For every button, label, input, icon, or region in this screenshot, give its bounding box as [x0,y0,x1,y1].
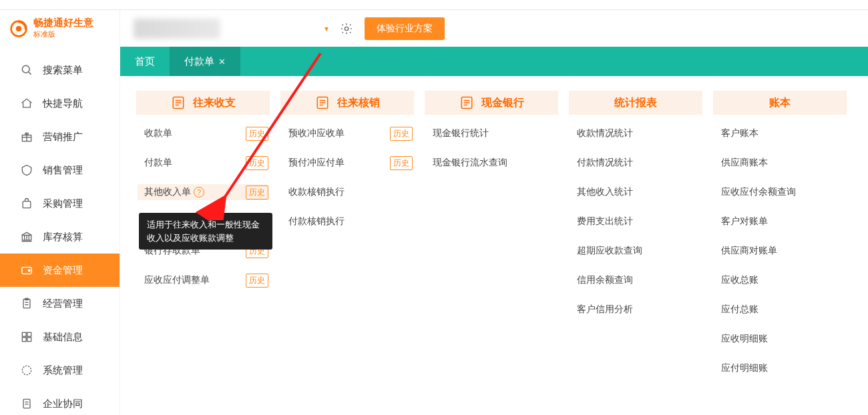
brand-name: 畅捷通好生意 [33,17,93,29]
sidebar-item-label: 采购管理 [43,197,83,210]
entry-label: 超期应收款查询 [577,245,642,257]
svg-point-1 [16,25,22,31]
svg-point-2 [22,65,29,73]
entry-label: 付款核销执行 [288,216,345,228]
history-badge[interactable]: 历史 [246,274,268,288]
sidebar-item-经营管理[interactable]: 经营管理 [0,287,120,320]
menu-entry-客户账本[interactable]: 客户账本 [714,125,845,141]
sidebar-item-label: 资金管理 [43,264,83,277]
entry-label: 客户信用分析 [577,304,633,316]
menu-entry-现金银行流水查询[interactable]: 现金银行流水查询 [426,155,557,171]
menu-entry-预收冲应收单[interactable]: 预收冲应收单历史 [282,125,413,141]
sidebar-item-营销推广[interactable]: 营销推广 [0,120,120,153]
sidebar-item-快捷导航[interactable]: 快捷导航 [0,87,120,120]
column-title: 现金银行 [481,96,524,110]
sidebar-item-label: 系统管理 [43,364,83,377]
brand-logo: 畅捷通好生意 标准版 [0,10,120,47]
settings-gear-icon[interactable] [339,21,354,36]
column-body: 预收冲应收单历史预付冲应付单历史收款核销执行付款核销执行 [280,115,414,230]
column-title: 统计报表 [614,96,657,110]
dropdown-caret-icon[interactable]: ▾ [324,24,329,33]
column-header: 往来核销 [280,91,414,115]
entry-label: 供应商账本 [721,157,768,169]
column-title: 往来收支 [193,96,236,110]
history-badge[interactable]: 历史 [390,127,413,141]
sidebar-item-采购管理[interactable]: 采购管理 [0,187,120,220]
column-body: 客户账本供应商账本应收应付余额查询客户对账单供应商对账单应收总账应付总账应收明细… [713,115,847,376]
sidebar-item-销售管理[interactable]: 销售管理 [0,153,120,187]
entry-label: 现金银行统计 [433,127,489,139]
tab-home-label: 首页 [135,55,155,68]
menu-entry-供应商账本[interactable]: 供应商账本 [714,155,845,171]
menu-entry-付款情况统计[interactable]: 付款情况统计 [570,155,701,171]
menu-entry-其他收入统计[interactable]: 其他收入统计 [570,184,701,200]
entry-label: 预收冲应收单 [288,127,345,139]
menu-entry-客户对账单[interactable]: 客户对账单 [714,214,845,230]
team-icon [20,397,33,410]
menu-entry-客户信用分析[interactable]: 客户信用分析 [570,302,701,318]
history-badge[interactable]: 历史 [246,185,268,199]
menu-entry-其他收入单[interactable]: 其他收入单?历史 [138,184,268,200]
help-tooltip: 适用于往来收入和一般性现金收入以及应收账款调整 [139,213,272,250]
history-badge[interactable]: 历史 [390,156,413,170]
entry-label: 预付冲应付单 [288,157,345,169]
sidebar-item-搜索菜单[interactable]: 搜索菜单 [0,53,120,87]
sidebar-item-label: 搜索菜单 [43,64,83,77]
svg-point-24 [22,366,31,374]
sidebar-item-资金管理[interactable]: 资金管理 [0,254,120,287]
column-body: 收款单历史付款单历史其他收入单?历史费用支出单?历史银行存取款单历史应收应付调整… [136,115,270,288]
menu-entry-现金银行统计[interactable]: 现金银行统计 [426,125,557,141]
entry-label: 收款情况统计 [577,127,633,139]
entry-label: 付款单 [144,157,172,169]
industry-cta-button[interactable]: 体验行业方案 [365,17,445,40]
menu-entry-付款单[interactable]: 付款单历史 [138,155,268,171]
sidebar-item-基础信息[interactable]: 基础信息 [0,320,120,354]
sidebar-item-库存核算[interactable]: 库存核算 [0,220,120,254]
menu-entry-超期应收款查询[interactable]: 超期应收款查询 [570,243,701,259]
tab-payment-label: 付款单 [184,55,214,68]
menu-entry-应付总账[interactable]: 应付总账 [714,302,845,318]
entry-label: 其他收入单? [144,186,204,198]
app-root: 畅捷通好生意 标准版 搜索菜单快捷导航营销推广销售管理采购管理库存核算资金管理经… [0,10,868,415]
column-header: 账本 [713,91,847,115]
gift-icon [20,130,33,143]
svg-point-28 [345,27,348,30]
tab-home[interactable]: 首页 [120,47,170,76]
menu-entry-费用支出统计[interactable]: 费用支出统计 [570,214,701,230]
entry-label: 应收总账 [721,274,758,286]
menu-entry-应收明细账[interactable]: 应收明细账 [714,331,845,347]
close-icon[interactable]: ✕ [218,57,226,67]
entry-label: 应收应付余额查询 [721,186,796,198]
entry-label: 现金银行流水查询 [433,157,507,169]
tab-strip: 首页 付款单 ✕ [120,47,868,76]
menu-entry-收款核销执行[interactable]: 收款核销执行 [282,184,413,200]
column-账本: 账本客户账本供应商账本应收应付余额查询客户对账单供应商对账单应收总账应付总账应收… [713,91,847,376]
search-icon [20,63,33,77]
brand-edition: 标准版 [33,29,93,39]
svg-rect-8 [23,201,31,208]
entry-label: 供应商对账单 [721,245,777,257]
sidebar-item-系统管理[interactable]: 系统管理 [0,354,120,387]
menu-entry-收款情况统计[interactable]: 收款情况统计 [570,125,701,141]
entry-label: 应付明细账 [721,362,768,374]
menu-entry-信用余额查询[interactable]: 信用余额查询 [570,272,701,288]
sidebar-item-label: 库存核算 [43,231,83,244]
sidebar-item-企业协同[interactable]: 企业协同 [0,387,120,415]
tooltip-text: 适用于往来收入和一般性现金收入以及应收账款调整 [147,220,260,243]
column-header: 现金银行 [425,91,558,115]
history-badge[interactable]: 历史 [246,156,268,170]
menu-entry-付款核销执行[interactable]: 付款核销执行 [282,214,413,230]
help-icon[interactable]: ? [194,187,204,197]
menu-entry-收款单[interactable]: 收款单历史 [138,125,268,141]
menu-entry-应付明细账[interactable]: 应付明细账 [714,360,845,376]
menu-entry-应收应付余额查询[interactable]: 应收应付余额查询 [714,184,845,200]
menu-entry-应收应付调整单[interactable]: 应收应付调整单历史 [138,272,268,288]
document-icon [459,95,475,111]
menu-entry-供应商对账单[interactable]: 供应商对账单 [714,243,845,259]
history-badge[interactable]: 历史 [246,127,268,141]
tab-payment[interactable]: 付款单 ✕ [170,47,240,76]
column-现金银行: 现金银行现金银行统计现金银行流水查询 [425,91,558,171]
menu-entry-应收总账[interactable]: 应收总账 [714,272,845,288]
sidebar-item-label: 企业协同 [43,398,83,410]
menu-entry-预付冲应付单[interactable]: 预付冲应付单历史 [282,155,413,171]
